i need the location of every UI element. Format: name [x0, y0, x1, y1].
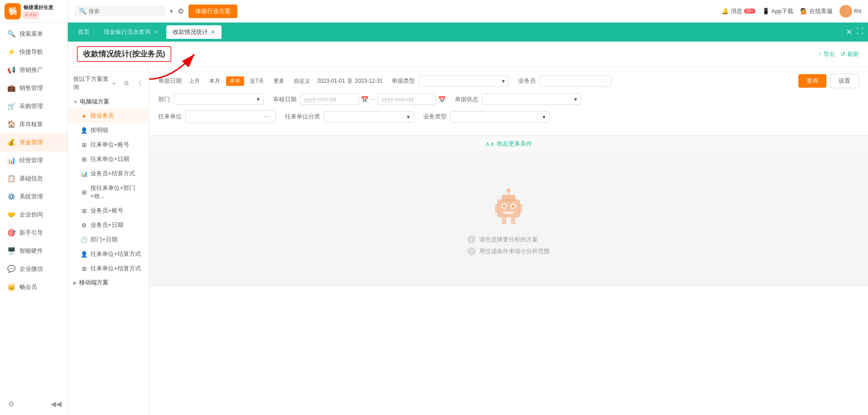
filter-review-date-item: 审核日期 📅 — 📅 [273, 94, 446, 105]
date-shortcut-this-month[interactable]: 本月 [206, 76, 224, 86]
sidebar-item-wechat[interactable]: 💬 企业微信 [0, 260, 67, 278]
sidebar-item-purchase[interactable]: 🛒 采购管理 [0, 97, 67, 115]
collapse-icon[interactable]: ◀◀ [49, 397, 63, 410]
sidebar-item-system[interactable]: ⚙️ 系统管理 [0, 188, 67, 206]
business-type-select[interactable]: ▾ [450, 111, 550, 123]
tree-group-pc[interactable]: ▼ 电脑端方案 [68, 95, 149, 108]
page-title-box: 收款情况统计(按业务员) [77, 46, 171, 62]
partner-more-icon[interactable]: ··· [262, 113, 272, 121]
download-icon: 📱 [762, 8, 769, 14]
tab-home[interactable]: 首页 [72, 25, 95, 39]
online-service-btn[interactable]: 💁 在线客服 [800, 7, 833, 15]
tree-group-mobile[interactable]: ▶ 移动端方案 [68, 276, 149, 289]
tree-item-salesperson-date[interactable]: ⚙ 业务员+日期 [68, 218, 149, 232]
query-button[interactable]: 查询 [798, 74, 826, 88]
doctype-select[interactable]: ▾ [419, 75, 509, 87]
panel-add-btn[interactable]: + [109, 78, 119, 88]
settings-bottom-icon[interactable]: ⚙ [5, 397, 18, 410]
setting-button[interactable]: 设置 [830, 74, 859, 88]
filter-business-type-item: 业务类型 ▾ [423, 111, 550, 123]
date-shortcut-custom[interactable]: 自定义 [290, 76, 314, 86]
panel-collapse-btn[interactable]: 《 [133, 78, 143, 88]
refresh-label: 刷新 [847, 50, 859, 58]
tree-item-dept-date[interactable]: 🕐 部门+日期 [68, 232, 149, 247]
sidebar-item-operations[interactable]: 📊 经营管理 [0, 151, 67, 170]
partner-select[interactable]: ··· [185, 110, 276, 123]
dropdown-arrow-icon[interactable]: ▾ [170, 7, 173, 15]
review-date-from-input[interactable] [300, 94, 359, 105]
online-service-label: 在线客服 [809, 7, 833, 15]
svg-rect-10 [511, 217, 515, 224]
tab-receipt-stats-close[interactable]: ✕ [211, 29, 215, 35]
panel-header-actions: + ⚙ 《 [109, 78, 143, 88]
date-range: 2023-01-01 至 2023-12-31 [317, 77, 383, 85]
tree-item-dept-date-label: 部门+日期 [90, 236, 118, 244]
calendar-icon-from[interactable]: 📅 [361, 96, 368, 103]
tree-item-partner-account[interactable]: ⊞ 往来单位+账号 [68, 137, 149, 152]
collapse-bar[interactable]: ∧∧ 收起更多条件 [149, 136, 868, 151]
top-search-input[interactable] [89, 8, 160, 14]
panel-header-title: 按以下方案查询 [73, 75, 109, 91]
trial-button[interactable]: 体验行业方案 [189, 5, 237, 18]
calendar-icon-to[interactable]: 📅 [438, 96, 446, 103]
date-shortcut-this-year[interactable]: 本年 [226, 76, 244, 86]
sidebar-item-enterprise[interactable]: 🤝 企业协同 [0, 206, 67, 224]
notification-btn[interactable]: 🔔 消息 99+ [722, 7, 755, 15]
tab-maximize-icon[interactable]: ⛶ [856, 27, 863, 37]
tree-item-salesperson-payment[interactable]: 📊 业务员+结算方式 [68, 166, 149, 181]
tree-item-partner-payment2[interactable]: ⊞ 往来单位+结算方式 [68, 261, 149, 276]
tab-bank-flow[interactable]: 现金银行流水查询 ✕ [97, 25, 164, 39]
tree-item-partner-payment2-icon: ⊞ [80, 265, 88, 272]
app-download-btn[interactable]: 📱 App下载 [762, 7, 793, 15]
tab-close-all-icon[interactable]: ✕ [846, 27, 853, 37]
sidebar-item-inventory[interactable]: 🏠 库存核算 [0, 115, 67, 133]
tree-group-pc-label: 电脑端方案 [80, 98, 109, 106]
username-label: Rit [854, 8, 861, 14]
dept-select[interactable]: ▾ [174, 94, 264, 105]
sidebar-item-quicknav[interactable]: ⚡ 快捷导航 [0, 43, 67, 61]
tree-item-partner-date[interactable]: ⊞ 往来单位+日期 [68, 152, 149, 166]
export-label: 导出 [823, 50, 835, 58]
sidebar-item-marketing[interactable]: 📢 营销推广 [0, 61, 67, 79]
tab-receipt-stats[interactable]: 收款情况统计 ✕ [166, 25, 222, 39]
sidebar-item-hardware[interactable]: 🖥️ 智能硬件 [0, 242, 67, 260]
wechat-icon: 💬 [7, 264, 16, 274]
filter-date-item: 单据日期 上月 本月 本年 近7天 更多 自定义 2023-01-01 [158, 76, 382, 86]
partner-category-label: 往来单位分类 [285, 113, 320, 121]
date-shortcut-more[interactable]: 更多 [270, 76, 288, 86]
tree-item-salesperson-payment-label: 业务员+结算方式 [90, 170, 135, 178]
sidebar-item-guide[interactable]: 🎯 新手引导 [0, 224, 67, 242]
sales-icon: 💼 [7, 84, 16, 93]
tab-bank-flow-close[interactable]: ✕ [153, 29, 158, 35]
salesperson-select[interactable]: ··· [539, 75, 612, 87]
tree-item-salesperson-acct[interactable]: ⊞ 业务员+账号 [68, 203, 149, 218]
date-shortcut-last-month[interactable]: 上月 [185, 76, 203, 86]
export-btn[interactable]: ↑ 导出 [819, 50, 835, 58]
panel-setting-btn[interactable]: ⚙ [121, 78, 131, 88]
tree-item-detail[interactable]: 👤 按明细 [68, 123, 149, 137]
collapse-icon: ∧∧ [486, 141, 495, 147]
review-date-dash: — [370, 96, 376, 103]
tip-num-1: 1 [467, 236, 476, 244]
sidebar-item-search[interactable]: 🔍 搜索菜单 [0, 25, 67, 43]
tree-item-partner-payment1[interactable]: 👤 往来单位+结算方式 [68, 247, 149, 261]
sidebar-item-basicinfo[interactable]: 📋 基础信息 [0, 170, 67, 188]
date-shortcut-7days[interactable]: 近7天 [246, 76, 268, 86]
sidebar-item-member[interactable]: 👑 畅会员 [0, 278, 67, 296]
docstatus-select[interactable]: ▾ [482, 94, 581, 105]
tree-section-mobile: ▶ 移动端方案 [68, 276, 149, 289]
top-gear-icon[interactable]: ⚙ [178, 7, 184, 15]
filter-area: 单据日期 上月 本月 本年 近7天 更多 自定义 2023-01-01 [149, 67, 868, 136]
tree-item-salesperson[interactable]: ● 按业务员 [68, 108, 149, 123]
filter-row-3: 往来单位 ··· 往来单位分类 ▾ [158, 110, 859, 123]
sidebar-item-sales[interactable]: 💼 销售管理 [0, 79, 67, 97]
funds-icon: 💰 [7, 138, 16, 147]
top-search-area[interactable]: 🔍 [75, 6, 165, 16]
tree-item-partner-dept-income[interactable]: ⊞ 按往来单位+部门+收... [68, 181, 149, 203]
user-avatar-area[interactable]: Rit [840, 5, 861, 18]
sidebar-item-funds[interactable]: 💰 资金管理 [0, 133, 67, 151]
review-date-to-input[interactable] [377, 94, 436, 105]
refresh-btn[interactable]: ↺ 刷新 [840, 50, 859, 58]
partner-category-select[interactable]: ▾ [324, 111, 414, 123]
sidebar-item-label-guide: 新手引导 [19, 229, 43, 237]
